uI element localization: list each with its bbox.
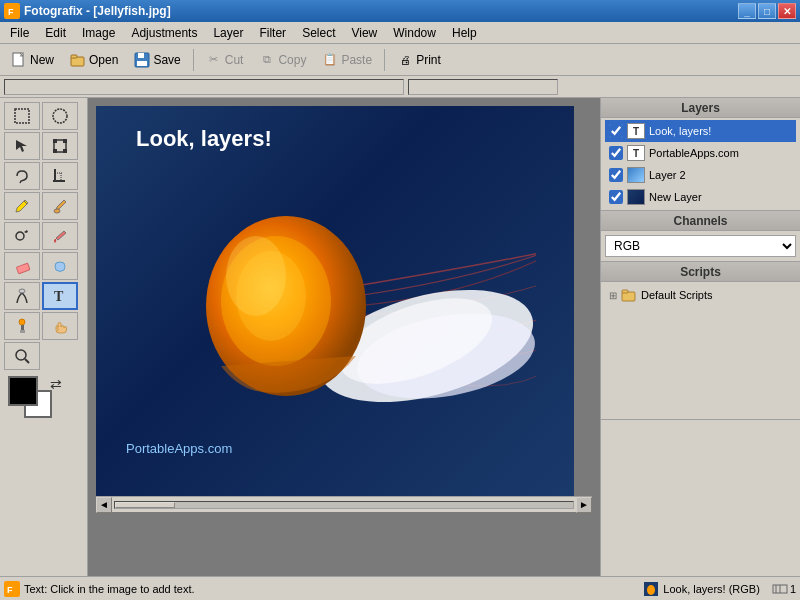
channels-select[interactable]: RGB Red Green Blue: [605, 235, 796, 257]
crop-tool[interactable]: [42, 162, 78, 190]
svg-text:F: F: [8, 7, 14, 17]
scrollable-area-2[interactable]: [408, 79, 558, 95]
script-item-default[interactable]: ⊞ Default Scripts: [605, 284, 796, 306]
svg-point-22: [16, 232, 24, 240]
status-right: Look, layers! (RGB) 1: [643, 581, 796, 597]
copy-button[interactable]: ⧉ Copy: [252, 47, 313, 73]
tool-row-5: [4, 222, 83, 250]
tool-row-1: [4, 102, 83, 130]
menu-filter[interactable]: Filter: [251, 24, 294, 42]
color-swap-button[interactable]: ⇄: [50, 376, 62, 392]
toolbar-sep-2: [384, 49, 385, 71]
menu-adjustments[interactable]: Adjustments: [123, 24, 205, 42]
title-bar-controls[interactable]: _ □ ✕: [738, 3, 796, 19]
window-title: Fotografix - [Jellyfish.jpg]: [24, 4, 171, 18]
layer-checkbox-0[interactable]: [609, 124, 623, 138]
clone-tool[interactable]: [4, 222, 40, 250]
save-button[interactable]: Save: [127, 47, 187, 73]
minimize-button[interactable]: _: [738, 3, 756, 19]
menu-help[interactable]: Help: [444, 24, 485, 42]
menu-edit[interactable]: Edit: [37, 24, 74, 42]
copy-icon: ⧉: [259, 52, 275, 68]
menu-select[interactable]: Select: [294, 24, 343, 42]
zoom-icon: [772, 581, 788, 597]
layer-thumb-2: [627, 167, 645, 183]
layers-panel-content: T Look, layers! T PortableApps.com Layer…: [601, 118, 800, 210]
new-button[interactable]: New: [4, 47, 61, 73]
foreground-color[interactable]: [8, 376, 38, 406]
layer-item-0[interactable]: T Look, layers!: [605, 120, 796, 142]
fill-tool[interactable]: [42, 222, 78, 250]
lasso-tool[interactable]: [4, 162, 40, 190]
scrollable-area[interactable]: [4, 79, 404, 95]
arrow-tool[interactable]: [4, 132, 40, 160]
horizontal-scrollbar[interactable]: ◄ ►: [96, 496, 592, 512]
canvas-area[interactable]: Look, layers! PortableApps.com ◄ ►: [88, 98, 600, 576]
close-button[interactable]: ✕: [778, 3, 796, 19]
color-selector: ⇄: [4, 376, 83, 426]
layer-checkbox-3[interactable]: [609, 190, 623, 204]
svg-rect-23: [16, 263, 30, 274]
menu-window[interactable]: Window: [385, 24, 444, 42]
scroll-right-button[interactable]: ►: [576, 497, 592, 513]
canvas-title-text: Look, layers!: [136, 126, 272, 152]
zoom-level: 1: [790, 583, 796, 595]
smudge-tool[interactable]: [42, 252, 78, 280]
paste-button[interactable]: 📋 Paste: [315, 47, 379, 73]
cut-button[interactable]: ✂ Cut: [199, 47, 251, 73]
canvas-image[interactable]: Look, layers! PortableApps.com: [96, 106, 574, 496]
svg-rect-15: [63, 149, 67, 153]
layers-panel: Layers T Look, layers! T PortableApps.co…: [601, 98, 800, 211]
canvas-text-layers: Look, layers! PortableApps.com: [96, 106, 574, 496]
transform-tool[interactable]: [42, 132, 78, 160]
status-bar: F Text: Click in the image to add text. …: [0, 576, 800, 600]
zoom-tool[interactable]: [4, 342, 40, 370]
layer-thumb-0: T: [627, 123, 645, 139]
expand-icon: ⊞: [609, 290, 617, 301]
layer-item-1[interactable]: T PortableApps.com: [605, 142, 796, 164]
scroll-left-button[interactable]: ◄: [96, 497, 112, 513]
rectangle-select-tool[interactable]: [4, 102, 40, 130]
layer-name-2: Layer 2: [649, 169, 686, 181]
menu-file[interactable]: File: [2, 24, 37, 42]
scroll-thumb[interactable]: [115, 502, 175, 508]
svg-rect-39: [622, 290, 628, 293]
tool-row-7: T: [4, 282, 83, 310]
brush-tool[interactable]: [42, 192, 78, 220]
dodge-tool[interactable]: [4, 282, 40, 310]
secondary-toolbar: [0, 76, 800, 98]
layer-checkbox-1[interactable]: [609, 146, 623, 160]
layer-name-3: New Layer: [649, 191, 702, 203]
maximize-button[interactable]: □: [758, 3, 776, 19]
menu-view[interactable]: View: [343, 24, 385, 42]
print-button[interactable]: 🖨 Print: [390, 47, 448, 73]
tool-row-6: [4, 252, 83, 280]
status-app-icon: F: [4, 581, 20, 597]
svg-rect-6: [138, 53, 144, 58]
open-button[interactable]: Open: [63, 47, 125, 73]
new-icon: [11, 52, 27, 68]
svg-line-30: [25, 359, 29, 363]
menu-layer[interactable]: Layer: [205, 24, 251, 42]
layer-checkbox-2[interactable]: [609, 168, 623, 182]
ellipse-select-tool[interactable]: [42, 102, 78, 130]
layer-item-3[interactable]: New Layer: [605, 186, 796, 208]
scroll-track[interactable]: [114, 501, 574, 509]
svg-rect-28: [20, 330, 25, 333]
save-icon: [134, 52, 150, 68]
menu-image[interactable]: Image: [74, 24, 123, 42]
layer-item-2[interactable]: Layer 2: [605, 164, 796, 186]
text-tool[interactable]: T: [42, 282, 78, 310]
eraser-tool[interactable]: [4, 252, 40, 280]
right-panel: Layers T Look, layers! T PortableApps.co…: [600, 98, 800, 576]
eyedropper-tool[interactable]: [4, 312, 40, 340]
scripts-panel: Scripts ⊞ Default Scripts: [601, 262, 800, 420]
svg-text:T: T: [54, 289, 64, 304]
hand-tool[interactable]: [42, 312, 78, 340]
svg-text:F: F: [7, 585, 13, 595]
channels-panel-header: Channels: [601, 211, 800, 231]
pencil-tool[interactable]: [4, 192, 40, 220]
svg-point-27: [19, 319, 25, 325]
svg-rect-14: [53, 149, 57, 153]
layers-panel-header: Layers: [601, 98, 800, 118]
